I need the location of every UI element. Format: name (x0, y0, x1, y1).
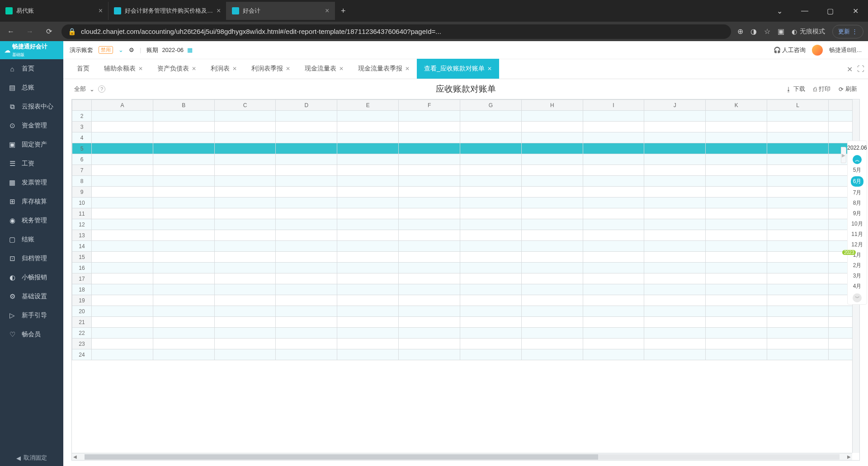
cell[interactable] (92, 176, 153, 187)
scroll-right-icon[interactable]: ▶ (846, 454, 852, 459)
cell[interactable] (583, 208, 644, 219)
cell[interactable] (521, 165, 583, 176)
cell[interactable] (521, 219, 583, 230)
table-row[interactable]: 3 (72, 122, 859, 132)
cell[interactable] (399, 111, 460, 122)
cell[interactable] (153, 306, 214, 317)
cell[interactable] (521, 295, 583, 306)
cell[interactable] (644, 306, 706, 317)
cell[interactable] (214, 187, 276, 198)
cell[interactable] (644, 273, 706, 284)
maximize-button[interactable]: ▢ (817, 0, 843, 22)
close-icon[interactable]: ✕ (138, 66, 143, 72)
cell[interactable] (399, 252, 460, 263)
cell[interactable] (399, 295, 460, 306)
cell[interactable] (767, 187, 829, 198)
cell[interactable] (399, 349, 460, 360)
cell[interactable] (214, 295, 276, 306)
cell[interactable] (399, 187, 460, 198)
table-row[interactable]: 12 (72, 219, 859, 230)
cell[interactable] (399, 176, 460, 187)
cell[interactable] (92, 284, 153, 295)
cell[interactable] (644, 111, 706, 122)
cell[interactable] (153, 132, 214, 143)
sidebar-item-资金管理[interactable]: ⊙资金管理 (0, 116, 63, 135)
cell[interactable] (583, 143, 644, 154)
cell[interactable] (706, 111, 767, 122)
cell[interactable] (276, 339, 337, 349)
cell[interactable] (214, 263, 276, 273)
cell[interactable] (521, 122, 583, 132)
cell[interactable] (399, 241, 460, 252)
cell[interactable] (521, 230, 583, 241)
cell[interactable] (214, 122, 276, 132)
sidebar-item-结账[interactable]: ▢结账 (0, 230, 63, 249)
cell[interactable] (276, 111, 337, 122)
cell[interactable] (460, 165, 521, 176)
zoom-icon[interactable]: ⊕ (737, 27, 743, 36)
reload-button[interactable]: ⟳ (42, 27, 55, 36)
column-header[interactable]: G (460, 100, 521, 111)
column-header[interactable]: D (276, 100, 337, 111)
sidebar-item-总账[interactable]: ▤总账 (0, 78, 63, 97)
cell[interactable] (767, 339, 829, 349)
row-header[interactable]: 15 (72, 252, 92, 263)
cell[interactable] (583, 132, 644, 143)
cell[interactable] (399, 122, 460, 132)
close-all-tabs-icon[interactable]: ✕ (847, 65, 853, 74)
table-row[interactable]: 4 (72, 132, 859, 143)
row-header[interactable]: 3 (72, 122, 92, 132)
table-row[interactable]: 24 (72, 349, 859, 360)
cell[interactable] (92, 339, 153, 349)
cell[interactable] (644, 165, 706, 176)
scroll-down-button[interactable]: ︾ (853, 293, 862, 302)
column-header[interactable]: C (214, 100, 276, 111)
cell[interactable] (644, 143, 706, 154)
cell[interactable] (92, 187, 153, 198)
tab-查看_应收账款对账单[interactable]: 查看_应收账款对账单✕ (417, 59, 499, 79)
cell[interactable] (521, 349, 583, 360)
cell[interactable] (337, 176, 399, 187)
cell[interactable] (460, 263, 521, 273)
cell[interactable] (521, 306, 583, 317)
month-item[interactable]: 10月 (848, 219, 867, 229)
cell[interactable] (399, 273, 460, 284)
table-row[interactable]: 9 (72, 187, 859, 198)
cell[interactable] (460, 154, 521, 165)
column-header[interactable]: J (644, 100, 706, 111)
sidebar-item-库存核算[interactable]: ⊞库存核算 (0, 192, 63, 211)
cell[interactable] (153, 317, 214, 328)
cell[interactable] (337, 122, 399, 132)
cell[interactable] (337, 132, 399, 143)
cell[interactable] (214, 198, 276, 208)
row-header[interactable]: 17 (72, 273, 92, 284)
close-icon[interactable]: ✕ (232, 66, 237, 72)
cell[interactable] (767, 143, 829, 154)
row-header[interactable]: 20 (72, 306, 92, 317)
cell[interactable] (276, 143, 337, 154)
cell[interactable] (92, 328, 153, 339)
close-icon[interactable]: ✕ (405, 66, 410, 72)
cell[interactable] (276, 263, 337, 273)
cell[interactable] (521, 339, 583, 349)
cell[interactable] (767, 284, 829, 295)
cell[interactable] (460, 339, 521, 349)
row-header[interactable]: 21 (72, 317, 92, 328)
cell[interactable] (460, 132, 521, 143)
spreadsheet[interactable]: ABCDEFGHIJKL2345678910111213141516171819… (71, 99, 860, 461)
row-header[interactable]: 2 (72, 111, 92, 122)
reading-list-icon[interactable]: ▣ (778, 27, 784, 36)
cell[interactable] (92, 263, 153, 273)
cell[interactable] (214, 154, 276, 165)
cell[interactable] (276, 165, 337, 176)
cell[interactable] (337, 154, 399, 165)
close-icon[interactable]: × (99, 7, 103, 15)
cell[interactable] (276, 284, 337, 295)
cell[interactable] (276, 219, 337, 230)
cell[interactable] (153, 143, 214, 154)
month-item[interactable]: 7月 (848, 188, 867, 198)
cell[interactable] (460, 122, 521, 132)
cell[interactable] (644, 219, 706, 230)
cell[interactable] (706, 187, 767, 198)
cell[interactable] (644, 198, 706, 208)
